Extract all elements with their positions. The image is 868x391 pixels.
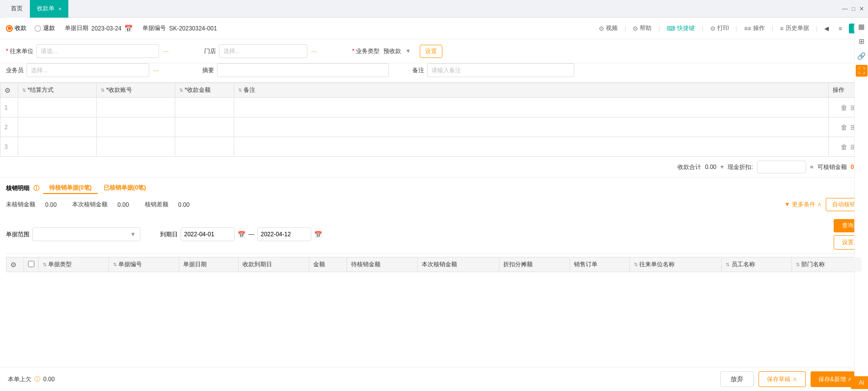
sidebar-link-icon[interactable]: 🔗 xyxy=(856,50,868,62)
row-2-num: 2 xyxy=(0,117,18,137)
tab-close-icon[interactable]: × xyxy=(58,6,61,12)
col-account-label: *收款账号 xyxy=(106,86,132,93)
row-1-account[interactable] xyxy=(97,98,175,117)
table-row: 2 🗑 ⊞ xyxy=(0,117,868,137)
footer: 本单上欠 ⓘ 0.00 放弃 保存草稿 ∧ 保存&新增 ∧ xyxy=(0,367,868,391)
save-new-label: 保存&新增 ∧ xyxy=(818,375,852,384)
bill-date-calendar-icon[interactable]: 📅 xyxy=(124,25,133,32)
tab-pending[interactable]: 待核销单据(0笔) xyxy=(43,183,98,194)
more-conditions-btn[interactable]: ▼ 更多条件 ∧ xyxy=(784,200,822,209)
select-all-checkbox[interactable] xyxy=(28,261,34,267)
row-1-remark[interactable] xyxy=(234,98,829,117)
divider1: | xyxy=(624,25,626,32)
layout1-btn[interactable]: ≡ xyxy=(836,24,845,33)
due-date-from-input[interactable] xyxy=(181,227,235,241)
counterpart-more-btn[interactable]: ··· xyxy=(163,47,169,55)
right-sidebar: ▦ ⊞ 🔗 ⛶ Ai xyxy=(854,18,868,391)
current-value: 0.00 xyxy=(43,376,54,383)
business-type-label: 业务类型 xyxy=(352,47,380,56)
row-2-account[interactable] xyxy=(97,117,175,137)
row-3-delete-btn[interactable]: 🗑 xyxy=(841,143,847,151)
history-btn[interactable]: ≡ 历史单据 xyxy=(777,23,812,33)
btcol-bill-type: ⇅ 单据类型 xyxy=(39,257,109,272)
divider3: | xyxy=(702,25,703,32)
business-type-row: 业务类型 预收款 ▼ xyxy=(352,47,411,56)
abstract-input[interactable] xyxy=(217,63,389,77)
sidebar-screen-icon[interactable]: ⛶ xyxy=(856,65,868,77)
row-2-amount[interactable] xyxy=(175,117,234,137)
save-draft-btn[interactable]: 保存草稿 ∧ xyxy=(759,371,805,387)
minimize-icon[interactable]: — xyxy=(842,5,848,12)
counterpart-input[interactable] xyxy=(36,44,159,58)
btcol-staff: ⇅ 员工名称 xyxy=(722,257,792,272)
print-icon: ⊙ xyxy=(710,25,715,32)
btcol-pending: 待核销金额 xyxy=(347,257,417,272)
counterpart-row: 往来单位 ··· xyxy=(6,44,169,58)
maximize-icon[interactable]: □ xyxy=(852,5,855,12)
print-btn[interactable]: ⊙ 打印 xyxy=(707,23,732,33)
discount-input[interactable] xyxy=(757,161,806,173)
search-form: 单据范围 ▼ 到期日 📅 — 📅 查询 设置 xyxy=(6,215,862,254)
help-btn[interactable]: ⊙ 帮助 xyxy=(630,23,654,33)
staff-input[interactable] xyxy=(27,63,149,77)
bottom-table-wrap: ⚙ ⇅ 单据类型 ⇅ 单据编号 单据日期 收款到期日 金额 xyxy=(6,257,862,272)
staff-more-btn[interactable]: ··· xyxy=(153,66,159,74)
row-2-settle[interactable] xyxy=(18,117,97,137)
divider5: | xyxy=(772,25,773,32)
business-type-chevron[interactable]: ▼ xyxy=(405,48,411,55)
remark-input[interactable] xyxy=(427,63,574,77)
main-content: 收款 退款 单据日期 2023-03-24 📅 单据编号 SK-20230324… xyxy=(0,18,868,391)
form-section-row2: 业务员 ··· 摘要 备注 xyxy=(0,63,868,83)
radio-receipt[interactable]: 收款 xyxy=(6,24,27,32)
tab-receipt[interactable]: 收款单 × xyxy=(30,0,69,18)
plus-label: + xyxy=(720,164,724,170)
table-row: 3 🗑 ⊞ xyxy=(0,137,868,157)
ai-label: Ai xyxy=(859,379,864,386)
btcol-bill-date: 单据日期 xyxy=(179,257,239,272)
store-more-btn[interactable]: ··· xyxy=(311,47,317,55)
verification-info-icon[interactable]: ⓘ xyxy=(33,184,39,193)
sidebar-copy-icon[interactable]: ⊞ xyxy=(856,35,868,47)
due-date-to-input[interactable] xyxy=(257,227,311,241)
total-label: 收款合计 xyxy=(678,163,701,171)
row-3-settle[interactable] xyxy=(18,137,97,157)
verification-title: 核销明细 ⓘ 待核销单据(0笔) 已核销单据(0笔) xyxy=(6,183,862,194)
range-select-dropdown[interactable]: ▼ xyxy=(32,227,140,241)
footer-info-icon[interactable]: ⓘ xyxy=(34,375,40,384)
sidebar-table-icon[interactable]: ▦ xyxy=(856,21,868,32)
radio-refund-circle xyxy=(34,25,41,32)
row-1-amount[interactable] xyxy=(175,98,234,117)
row-2-remark[interactable] xyxy=(234,117,829,137)
row-3-remark[interactable] xyxy=(234,137,829,157)
gear-icon[interactable]: ⚙ xyxy=(4,86,11,94)
prev-btn[interactable]: ◀ xyxy=(821,24,832,33)
due-date-from-calendar-icon[interactable]: 📅 xyxy=(238,231,245,238)
btcol-current: 本次核销金额 xyxy=(417,257,499,272)
unverified-value: 0.00 xyxy=(45,201,56,208)
form-section: 往来单位 ··· 门店 ··· 业务类型 预收款 ▼ 设置 xyxy=(0,39,868,63)
set-button[interactable]: 设置 xyxy=(420,45,442,58)
remark-row: 备注 xyxy=(412,63,574,77)
tab-home-label: 首页 xyxy=(11,4,23,13)
tab-verified[interactable]: 已核销单据(0笔) xyxy=(98,183,152,194)
row-3-account[interactable] xyxy=(97,137,175,157)
discard-btn[interactable]: 放弃 xyxy=(720,371,754,387)
abstract-label: 摘要 xyxy=(202,66,214,75)
ai-btn[interactable]: Ai xyxy=(851,376,868,389)
divider6: | xyxy=(816,25,817,32)
store-input[interactable] xyxy=(219,44,307,58)
radio-refund[interactable]: 退款 xyxy=(34,24,55,32)
row-2-delete-btn[interactable]: 🗑 xyxy=(841,123,847,131)
bt-gear-icon[interactable]: ⚙ xyxy=(10,261,17,269)
due-date-to-calendar-icon[interactable]: 📅 xyxy=(314,231,322,238)
operations-btn[interactable]: ≡≡ 操作 xyxy=(741,23,768,33)
row-3-amount[interactable] xyxy=(175,137,234,157)
video-btn[interactable]: ⊙ 视频 xyxy=(596,23,621,33)
row-1-delete-btn[interactable]: 🗑 xyxy=(841,104,847,112)
bill-date-label: 单据日期 xyxy=(65,24,88,32)
tab-home[interactable]: 首页 xyxy=(4,0,30,18)
close-icon[interactable]: ✕ xyxy=(859,5,864,12)
row-1-settle[interactable] xyxy=(18,98,97,117)
radio-receipt-label: 收款 xyxy=(15,24,27,32)
shortcut-btn[interactable]: ⌨ 快捷键 xyxy=(664,23,698,33)
